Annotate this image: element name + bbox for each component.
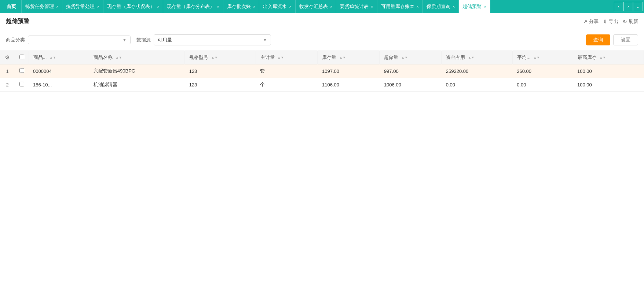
- nav-tab-inventory-dist[interactable]: 现存量（库存分布表） ×: [163, 0, 223, 13]
- nav-tab-exception[interactable]: 拣货异常处理 ×: [62, 0, 103, 13]
- nav-tab-batch-account[interactable]: 库存批次账 ×: [223, 0, 259, 13]
- col-overstock-label: 超储量: [384, 55, 398, 60]
- share-icon: ↗: [583, 19, 588, 25]
- nav-tab-expiry-query-close[interactable]: ×: [453, 4, 455, 9]
- nav-tab-demand-stat-close[interactable]: ×: [371, 4, 373, 9]
- table-container: ⚙ 商品... ▲▼ 商品名称 ▲▼ 规格型号 ▲▼: [0, 51, 644, 92]
- col-code-label: 商品...: [33, 55, 47, 60]
- datasource-select[interactable]: 可用量 ▼: [154, 34, 271, 45]
- category-chevron-down-icon: ▼: [122, 38, 127, 42]
- filter-bar: 商品分类 ▼ 数据源 可用量 ▼ 查询 设置: [0, 29, 644, 51]
- table-col-avg[interactable]: 平均... ▲▼: [512, 51, 573, 64]
- nav-tab-inventory-status-close[interactable]: ×: [157, 4, 159, 9]
- header-actions: ↗ 分享 ⇩ 导出 ↻ 刷新: [583, 18, 638, 25]
- row-checkbox-cell-0: [15, 64, 29, 78]
- nav-tab-inventory-dist-label: 现存量（库存分布表）: [167, 3, 215, 10]
- row-max-stock-0: 100.00: [573, 64, 644, 78]
- row-overstock-1: 1006.00: [380, 78, 442, 92]
- nav-tab-exception-close[interactable]: ×: [97, 4, 99, 9]
- row-spec-1: 123: [185, 78, 256, 92]
- table-col-spec[interactable]: 规格型号 ▲▼: [185, 51, 256, 64]
- nav-tab-batch-account-close[interactable]: ×: [253, 4, 255, 9]
- table-row: 2 186-10... 机油滤清器 123 个 1106.00 1006.00 …: [0, 78, 644, 92]
- category-select[interactable]: ▼: [28, 36, 131, 44]
- nav-tab-summary-close[interactable]: ×: [330, 4, 332, 9]
- refresh-link[interactable]: ↻ 刷新: [623, 18, 638, 25]
- page-title: 超储预警: [6, 18, 29, 25]
- nav-tab-expiry-query[interactable]: 保质期查询 ×: [423, 0, 459, 13]
- col-max-stock-label: 最高库存: [578, 55, 597, 60]
- nav-prev-button[interactable]: ‹: [614, 2, 623, 11]
- nav-tab-available-book-close[interactable]: ×: [417, 4, 419, 9]
- table-col-capital[interactable]: 资金占用 ▲▼: [442, 51, 512, 64]
- row-unit-1: 个: [256, 78, 318, 92]
- nav-tab-demand-stat[interactable]: 要货单统计表 ×: [336, 0, 377, 13]
- row-unit-0: 套: [256, 64, 318, 78]
- select-all-checkbox[interactable]: [19, 55, 24, 59]
- table-col-gear: ⚙: [0, 51, 15, 64]
- table-col-code[interactable]: 商品... ▲▼: [29, 51, 89, 64]
- nav-tab-home[interactable]: 首页: [1, 0, 22, 13]
- col-capital-sort-icon: ▲▼: [468, 56, 475, 59]
- nav-tab-inventory-status[interactable]: 现存量（库存状况表） ×: [103, 0, 163, 13]
- row-avg-0: 260.00: [512, 64, 573, 78]
- row-name-1: 机油滤清器: [89, 78, 185, 92]
- nav-tab-home-label: 首页: [7, 3, 16, 10]
- datasource-filter-group: 数据源 可用量 ▼: [136, 34, 271, 45]
- settings-button[interactable]: 设置: [613, 34, 638, 45]
- table-col-unit[interactable]: 主计量 ▲▼: [256, 51, 318, 64]
- export-label: 导出: [609, 18, 618, 25]
- table-row: 1 0000004 六配套新昌490BPG 123 套 1097.00 997.…: [0, 64, 644, 78]
- col-stock-label: 库存量: [322, 55, 336, 60]
- page-header: 超储预警 ↗ 分享 ⇩ 导出 ↻ 刷新: [0, 13, 644, 29]
- table-col-max-stock[interactable]: 最高库存 ▲▼: [573, 51, 644, 64]
- col-unit-label: 主计量: [260, 55, 275, 60]
- nav-tab-flow-label: 出入库流水: [263, 3, 287, 10]
- col-overstock-sort-icon: ▲▼: [401, 56, 408, 59]
- row-code-0: 0000004: [29, 64, 89, 78]
- nav-tab-task-mgmt-close[interactable]: ×: [56, 4, 58, 9]
- datasource-chevron-down-icon: ▼: [263, 38, 267, 42]
- table-header-row: ⚙ 商品... ▲▼ 商品名称 ▲▼ 规格型号 ▲▼: [0, 51, 644, 64]
- nav-tab-overstock-alert[interactable]: 超储预警 ×: [459, 0, 490, 13]
- row-max-stock-1: 100.00: [573, 78, 644, 92]
- nav-tab-summary[interactable]: 收发存汇总表 ×: [296, 0, 336, 13]
- datasource-label: 数据源: [136, 37, 151, 43]
- share-link[interactable]: ↗ 分享: [583, 18, 599, 25]
- nav-tab-task-mgmt-label: 拣货任务管理: [25, 3, 54, 10]
- nav-tab-available-book[interactable]: 可用量库存账本 ×: [377, 0, 423, 13]
- table-col-name[interactable]: 商品名称 ▲▼: [89, 51, 185, 64]
- row-code-1: 186-10...: [29, 78, 89, 92]
- table-col-stock[interactable]: 库存量 ▲▼: [318, 51, 380, 64]
- row-checkbox-0[interactable]: [19, 68, 24, 73]
- nav-tab-exception-label: 拣货异常处理: [66, 3, 95, 10]
- table-settings-icon[interactable]: ⚙: [5, 54, 10, 60]
- col-stock-sort-icon: ▲▼: [339, 56, 346, 59]
- row-num-0: 1: [0, 64, 15, 78]
- table-body: 1 0000004 六配套新昌490BPG 123 套 1097.00 997.…: [0, 64, 644, 92]
- col-spec-sort-icon: ▲▼: [211, 56, 218, 59]
- nav-tab-task-mgmt[interactable]: 拣货任务管理 ×: [22, 0, 62, 13]
- col-avg-label: 平均...: [517, 55, 531, 60]
- row-num-1: 2: [0, 78, 15, 92]
- nav-tab-overstock-alert-close[interactable]: ×: [484, 4, 486, 9]
- export-link[interactable]: ⇩ 导出: [603, 18, 618, 25]
- nav-menu-button[interactable]: ⌄: [633, 2, 643, 11]
- nav-tab-inventory-status-label: 现存量（库存状况表）: [107, 3, 155, 10]
- query-button[interactable]: 查询: [586, 34, 610, 45]
- export-icon: ⇩: [603, 19, 607, 25]
- datasource-select-value: 可用量: [158, 37, 172, 43]
- overstock-table: ⚙ 商品... ▲▼ 商品名称 ▲▼ 规格型号 ▲▼: [0, 51, 644, 92]
- row-checkbox-1[interactable]: [19, 82, 24, 86]
- row-capital-0: 259220.00: [442, 64, 512, 78]
- nav-tab-summary-label: 收发存汇总表: [299, 3, 328, 10]
- nav-tab-available-book-label: 可用量库存账本: [381, 3, 414, 10]
- table-col-overstock[interactable]: 超储量 ▲▼: [380, 51, 442, 64]
- nav-next-button[interactable]: ›: [623, 2, 633, 11]
- col-unit-sort-icon: ▲▼: [277, 56, 284, 59]
- nav-tab-inventory-dist-close[interactable]: ×: [217, 4, 219, 9]
- category-label: 商品分类: [6, 37, 25, 43]
- col-name-label: 商品名称: [94, 55, 113, 60]
- nav-tab-flow[interactable]: 出入库流水 ×: [259, 0, 295, 13]
- nav-tab-flow-close[interactable]: ×: [289, 4, 291, 9]
